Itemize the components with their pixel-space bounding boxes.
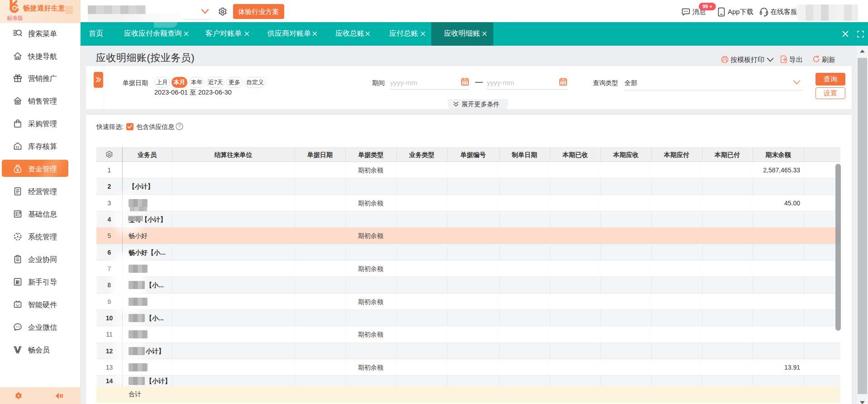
svg-text:?: ? — [178, 124, 181, 129]
svg-text:新: 新 — [15, 280, 20, 285]
